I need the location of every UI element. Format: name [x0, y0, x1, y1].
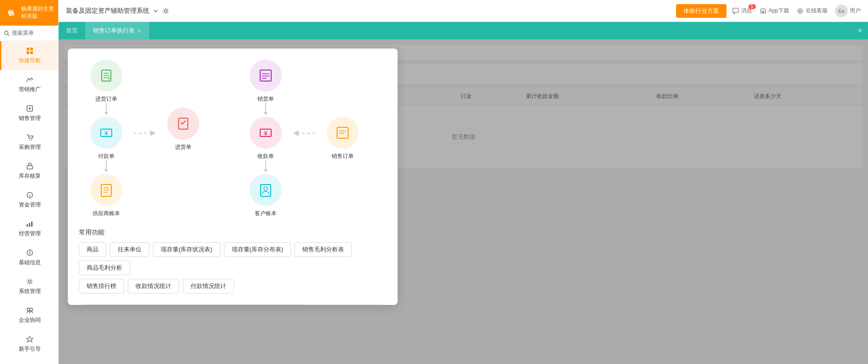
- receipt-icon: ¥: [250, 117, 282, 149]
- svg-rect-45: [101, 185, 111, 196]
- sidebar-logo[interactable]: 畅 畅康通好生意 标准版: [0, 0, 58, 26]
- marketing-icon: [26, 76, 34, 84]
- btn-sales-profit[interactable]: 销售毛利分析表: [295, 242, 352, 257]
- svg-point-12: [31, 140, 32, 141]
- sidebar: 畅 畅康通好生意 标准版 搜索菜单 快捷导航: [0, 0, 59, 364]
- flow-node-receipt[interactable]: ¥ 收款单: [238, 117, 293, 160]
- common-functions: 常用功能 商品 往来单位 现存量(库存状况表) 现存量(库存分布表) 销售毛利分…: [79, 228, 387, 293]
- dropdown-icon[interactable]: [153, 8, 158, 14]
- modal-overlay: 进货订单 ▼ ¥: [59, 39, 868, 364]
- svg-point-21: [29, 251, 30, 252]
- flow-node-sales-bill[interactable]: 销货单: [238, 60, 293, 103]
- flow-col-2: 进货单: [156, 108, 211, 169]
- sidebar-item-enterprise[interactable]: 企业协同: [0, 301, 58, 330]
- flow-node-sales-order[interactable]: 销售订单: [315, 117, 370, 160]
- svg-line-3: [8, 34, 10, 36]
- sales-bill-icon: [250, 60, 282, 92]
- svg-text:¥: ¥: [104, 130, 108, 137]
- svg-rect-6: [27, 51, 29, 54]
- btn-product-profit[interactable]: 商品毛利分析: [79, 261, 130, 275]
- flow-node-purchase-bill[interactable]: 进货单: [156, 108, 211, 151]
- avatar: Ea: [835, 5, 848, 17]
- topbar: 装备及固定资产辅助管理系统 体验行业方案 消息 5: [59, 0, 868, 22]
- scroll-right-arrow[interactable]: ▶: [382, 303, 387, 305]
- tab-sales-order[interactable]: 销售订单执行表 ×: [86, 22, 149, 39]
- svg-rect-58: [337, 127, 348, 138]
- headset-icon: [797, 7, 804, 15]
- arrow-v-2: ▼: [262, 103, 269, 117]
- sidebar-item-inventory[interactable]: 库存核算: [0, 157, 58, 185]
- search-icon: [4, 30, 10, 37]
- sidebar-item-system[interactable]: 系统管理: [0, 272, 58, 301]
- payment-icon: ¥: [90, 117, 122, 149]
- message-icon: [732, 7, 739, 15]
- user-action[interactable]: Ea 用户: [835, 5, 861, 17]
- sidebar-item-purchase[interactable]: 采购管理: [0, 128, 58, 157]
- svg-point-24: [30, 308, 33, 311]
- page-content: ? 帮助 按模板打印: [59, 39, 868, 364]
- system-icon: [26, 277, 34, 286]
- svg-point-29: [799, 10, 801, 12]
- btn-payment-stats[interactable]: 付款情况统计: [183, 279, 234, 293]
- tabbar-close-btn[interactable]: ×: [852, 22, 868, 39]
- sidebar-item-sales[interactable]: 销售管理: [0, 99, 58, 128]
- btn-stock-status[interactable]: 现存量(库存状况表): [153, 242, 220, 257]
- sidebar-item-operations[interactable]: 经营管理: [0, 214, 58, 243]
- svg-rect-4: [27, 48, 29, 50]
- arrow-h-4-3: ▶: [293, 128, 315, 149]
- arrow-v-4: ▼: [262, 160, 269, 174]
- main-content: 装备及固定资产辅助管理系统 体验行业方案 消息 5: [59, 0, 868, 364]
- svg-point-25: [164, 10, 167, 12]
- svg-rect-50: [260, 70, 271, 81]
- sidebar-nav: 快捷导航 营销推广 销售管理: [0, 41, 58, 364]
- btn-stock-dist[interactable]: 现存量(库存分布表): [224, 242, 291, 257]
- beginner-icon: [26, 335, 34, 343]
- settings-icon[interactable]: [162, 7, 169, 15]
- topbar-actions: 消息 5 App下载 在线客服: [732, 5, 861, 17]
- btn-receipt-stats[interactable]: 收款情况统计: [128, 279, 179, 293]
- arrow-h-1-2: ▶: [134, 128, 156, 149]
- modal-scrollbar-container: ◀ ▶: [79, 303, 387, 305]
- finance-icon: ¥: [26, 191, 34, 199]
- arrow-v-3: ▼: [103, 160, 109, 174]
- enterprise-icon: [26, 306, 34, 315]
- sidebar-item-beginner[interactable]: 新手引导: [0, 330, 58, 359]
- svg-point-23: [27, 308, 30, 311]
- flow-node-payment[interactable]: ¥ 付款单: [79, 117, 134, 160]
- app-download-action[interactable]: App下载: [759, 7, 789, 15]
- scroll-left-arrow[interactable]: ◀: [79, 303, 84, 305]
- svg-point-22: [28, 280, 31, 283]
- scrollbar-thumb[interactable]: [86, 304, 306, 305]
- sidebar-search[interactable]: 搜索菜单: [0, 26, 58, 41]
- svg-rect-17: [29, 223, 30, 227]
- svg-text:¥: ¥: [28, 194, 31, 198]
- customer-account-icon: [250, 174, 282, 206]
- logo-icon: 畅: [4, 5, 18, 20]
- scrollbar-track[interactable]: [86, 304, 380, 305]
- flow-col-4: 销售订单: [315, 117, 370, 160]
- svg-point-57: [264, 187, 267, 190]
- tab-close-btn[interactable]: ×: [137, 27, 141, 34]
- arrow-v-1: ▼: [103, 103, 109, 117]
- tab-home[interactable]: 首页: [59, 22, 86, 39]
- btn-sales-rank[interactable]: 销售排行榜: [79, 279, 124, 293]
- logo-text: 畅康通好生意 标准版: [21, 5, 54, 20]
- purchase-icon: [26, 133, 34, 141]
- sidebar-item-finance[interactable]: ¥ 资金管理: [0, 185, 58, 214]
- experience-btn[interactable]: 体验行业方案: [676, 4, 726, 18]
- sidebar-item-marketing[interactable]: 营销推广: [0, 70, 58, 99]
- svg-rect-5: [30, 48, 33, 50]
- sidebar-item-quick-nav[interactable]: 快捷导航: [0, 41, 58, 70]
- btn-partner[interactable]: 往来单位: [110, 242, 149, 257]
- flow-node-customer-account[interactable]: 客户账本: [238, 174, 293, 217]
- btn-product[interactable]: 商品: [79, 242, 106, 257]
- online-service-action[interactable]: 在线客服: [797, 7, 828, 15]
- basic-info-icon: [26, 249, 34, 257]
- flow-diagram: 进货订单 ▼ ¥: [79, 60, 387, 217]
- svg-point-28: [798, 9, 802, 13]
- flow-col-3: 销货单 ▼ ¥: [238, 60, 293, 217]
- message-action[interactable]: 消息 5: [732, 7, 752, 15]
- flow-node-purchase-order[interactable]: 进货订单: [79, 60, 134, 103]
- sidebar-item-basic-info[interactable]: 基础信息: [0, 243, 58, 272]
- flow-node-supplier-account[interactable]: 供应商账本: [79, 174, 134, 217]
